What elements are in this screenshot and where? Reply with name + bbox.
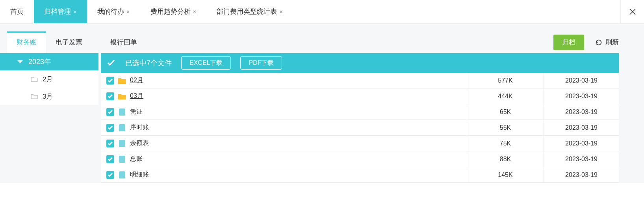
file-date: 2023-03-19 xyxy=(544,120,619,135)
file-name[interactable]: 03月 xyxy=(130,92,143,100)
file-name[interactable]: 余额表 xyxy=(130,139,149,147)
refresh-label: 刷新 xyxy=(605,38,619,47)
top-tab-bar: 首页 归档管理 × 我的待办 × 费用趋势分析 × 部门费用类型统计表 × xyxy=(0,0,644,24)
tab-label: 归档管理 xyxy=(44,7,71,16)
file-size: 55K xyxy=(467,120,544,135)
tab-my-todo[interactable]: 我的待办 × xyxy=(87,0,140,23)
tab-label: 部门费用类型统计表 xyxy=(217,7,277,16)
svg-rect-1 xyxy=(119,124,125,131)
tree-year-label: 2023年 xyxy=(28,57,51,66)
file-size: 577K xyxy=(467,73,544,88)
folder-icon xyxy=(118,93,126,99)
tree-month-node[interactable]: 2月 xyxy=(0,70,98,88)
close-icon[interactable]: × xyxy=(193,8,197,15)
tab-archive-mgmt[interactable]: 归档管理 × xyxy=(34,0,87,23)
main-content: 银行回单 归档 刷新 已选中7个文件 EXCEL下载 PDF下载 xyxy=(98,31,644,183)
close-icon[interactable]: × xyxy=(126,8,130,15)
tab-expense-trend[interactable]: 费用趋势分析 × xyxy=(140,0,207,23)
file-row: 02月 577K 2023-03-19 xyxy=(101,73,619,88)
close-icon[interactable]: × xyxy=(279,8,283,15)
caret-down-icon xyxy=(17,60,23,63)
file-row: 余额表 75K 2023-03-19 xyxy=(101,136,619,151)
row-checkbox[interactable] xyxy=(106,92,114,100)
tab-home[interactable]: 首页 xyxy=(0,0,34,23)
file-date: 2023-03-19 xyxy=(544,136,619,151)
file-icon xyxy=(118,171,126,178)
file-icon xyxy=(118,109,126,116)
refresh-icon xyxy=(595,39,602,46)
folder-icon xyxy=(118,77,126,84)
file-size: 75K xyxy=(467,136,544,151)
file-row: 序时账 55K 2023-03-19 xyxy=(101,120,619,136)
sidebar: 财务账 电子发票 2023年 2月 3月 xyxy=(0,31,98,183)
action-bar: 银行回单 归档 刷新 xyxy=(101,31,619,53)
file-date: 2023-03-19 xyxy=(544,104,619,120)
file-row: 总账 88K 2023-03-19 xyxy=(101,151,619,167)
sub-tab-bank-slip[interactable]: 银行回单 xyxy=(101,31,147,53)
svg-rect-4 xyxy=(119,171,125,178)
pdf-download-button[interactable]: PDF下载 xyxy=(240,56,282,70)
close-icon xyxy=(629,8,636,15)
file-date: 2023-03-19 xyxy=(544,167,619,182)
row-checkbox[interactable] xyxy=(106,77,114,85)
file-size: 65K xyxy=(467,104,544,120)
row-checkbox[interactable] xyxy=(106,124,114,132)
file-icon xyxy=(118,156,126,163)
file-date: 2023-03-19 xyxy=(544,73,619,88)
tree-month-label: 3月 xyxy=(43,92,53,101)
file-name[interactable]: 总账 xyxy=(130,155,143,163)
file-size: 444K xyxy=(467,88,544,104)
folder-icon xyxy=(31,76,38,82)
archive-button[interactable]: 归档 xyxy=(553,35,584,50)
tab-home-label: 首页 xyxy=(10,7,24,16)
svg-rect-0 xyxy=(119,109,125,116)
file-size: 145K xyxy=(467,167,544,182)
svg-rect-2 xyxy=(119,140,125,147)
sub-tab-einvoice[interactable]: 电子发票 xyxy=(46,31,92,53)
file-icon xyxy=(118,124,126,131)
tab-label: 我的待办 xyxy=(97,7,124,16)
file-size: 88K xyxy=(467,151,544,167)
excel-download-button[interactable]: EXCEL下载 xyxy=(181,56,231,70)
file-name[interactable]: 明细账 xyxy=(130,171,149,179)
svg-rect-3 xyxy=(119,156,125,163)
row-checkbox[interactable] xyxy=(106,140,114,147)
file-name[interactable]: 凭证 xyxy=(130,108,143,116)
selection-count-text: 已选中7个文件 xyxy=(125,58,172,68)
file-row: 凭证 65K 2023-03-19 xyxy=(101,104,619,120)
file-row: 明细账 145K 2023-03-19 xyxy=(101,167,619,183)
refresh-button[interactable]: 刷新 xyxy=(595,38,619,47)
year-tree: 2023年 2月 3月 xyxy=(0,53,98,105)
file-name[interactable]: 02月 xyxy=(130,76,143,85)
tree-month-label: 2月 xyxy=(43,75,53,84)
tab-dept-expense[interactable]: 部门费用类型统计表 × xyxy=(206,0,293,23)
close-icon[interactable]: × xyxy=(73,8,77,15)
row-checkbox[interactable] xyxy=(106,155,114,163)
workspace: 财务账 电子发票 2023年 2月 3月 xyxy=(0,24,644,183)
tree-month-node[interactable]: 3月 xyxy=(0,88,98,105)
sub-tab-bar: 财务账 电子发票 xyxy=(0,31,98,53)
file-icon xyxy=(118,140,126,147)
tree-year-node[interactable]: 2023年 xyxy=(0,53,98,70)
row-checkbox[interactable] xyxy=(106,108,114,116)
row-checkbox[interactable] xyxy=(106,171,114,179)
close-all-tabs-button[interactable] xyxy=(620,0,644,23)
file-date: 2023-03-19 xyxy=(544,151,619,167)
file-name[interactable]: 序时账 xyxy=(130,123,149,132)
check-icon[interactable] xyxy=(106,58,116,68)
file-row: 03月 444K 2023-03-19 xyxy=(101,88,619,104)
selection-bar: 已选中7个文件 EXCEL下载 PDF下载 xyxy=(101,53,619,73)
tab-label: 费用趋势分析 xyxy=(150,7,191,16)
file-date: 2023-03-19 xyxy=(544,88,619,104)
sub-tab-finance[interactable]: 财务账 xyxy=(7,31,46,53)
folder-icon xyxy=(31,94,38,99)
